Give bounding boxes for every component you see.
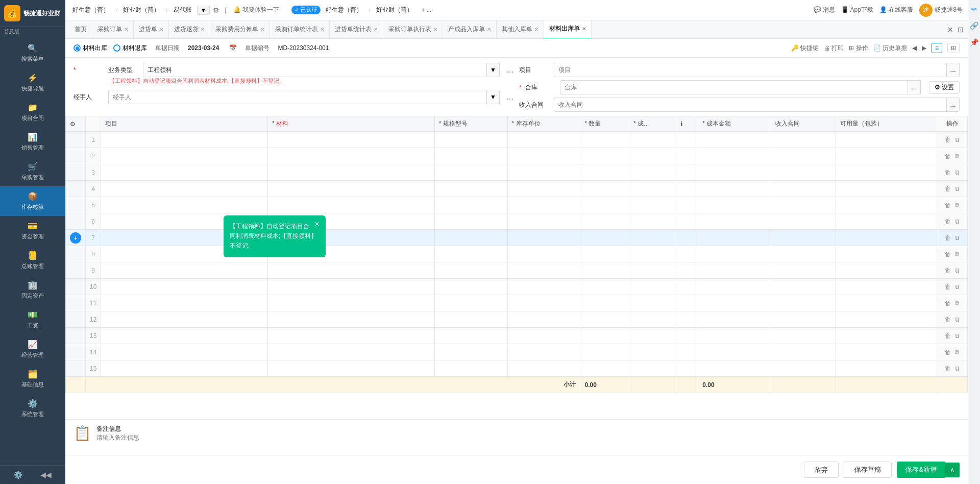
business-type-input[interactable]	[143, 63, 487, 77]
tab-close-purchase_order[interactable]: ✕	[124, 27, 128, 32]
row-copy-12[interactable]: ⧉	[955, 316, 960, 323]
row-copy-10[interactable]: ⧉	[955, 283, 960, 291]
tab-close-goods_in[interactable]: ✕	[159, 27, 163, 32]
view-list-btn[interactable]: ≡	[932, 43, 942, 53]
row-copy-5[interactable]: ⧉	[955, 202, 960, 209]
row-copy-13[interactable]: ⧉	[955, 332, 960, 340]
topbar-nav2-good-finance[interactable]: 好业财（普）	[374, 5, 415, 15]
note-input[interactable]	[96, 433, 960, 448]
tab-close-purchase_stats[interactable]: ✕	[320, 27, 324, 32]
row-delete-2[interactable]: 🗑	[945, 153, 951, 160]
tab-other_in[interactable]: 其他入库单✕	[497, 20, 544, 39]
business-type-expand[interactable]: …	[506, 65, 514, 75]
sidebar-item-finance[interactable]: 💳资金管理	[0, 216, 65, 246]
sidebar-item-quicknav[interactable]: ⚡快捷导航	[0, 68, 65, 98]
row-copy-1[interactable]: ⧉	[955, 136, 960, 143]
tab-purchase_stats[interactable]: 采购订单统计表✕	[270, 20, 330, 39]
row-copy-15[interactable]: ⧉	[955, 365, 960, 372]
row-delete-3[interactable]: 🗑	[945, 169, 951, 176]
tab-close-goods_stats[interactable]: ✕	[374, 27, 378, 32]
row-delete-13[interactable]: 🗑	[945, 332, 951, 340]
tab-material_out[interactable]: 材料出库单✕	[544, 20, 592, 39]
row-item-11[interactable]	[101, 295, 268, 311]
row-delete-8[interactable]: 🗑	[945, 251, 951, 258]
sidebar-item-system[interactable]: ⚙️系统管理	[0, 394, 65, 423]
row-item-10[interactable]	[101, 279, 268, 295]
row-product-13[interactable]	[268, 328, 435, 344]
right-panel-edit-icon[interactable]: ✏	[968, 3, 981, 15]
tab-purchase_order[interactable]: 采购订单✕	[92, 20, 134, 39]
tab-purchase_exec[interactable]: 采购订单执行表✕	[383, 20, 443, 39]
tab-home[interactable]: 首页	[69, 20, 92, 39]
topbar-experience[interactable]: 🔔 我要体验一下	[231, 5, 281, 15]
row-delete-9[interactable]: 🗑	[945, 267, 951, 274]
save-new-btn[interactable]: 保存&新增	[897, 462, 945, 478]
row-copy-8[interactable]: ⧉	[955, 251, 960, 258]
row-delete-5[interactable]: 🗑	[945, 202, 951, 209]
tab-close-all-icon[interactable]: ✕	[947, 26, 953, 34]
right-panel-pin-icon[interactable]: 📌	[968, 36, 981, 49]
add-row-btn[interactable]: +	[70, 232, 81, 244]
row-product-14[interactable]	[268, 344, 435, 360]
row-product-3[interactable]	[268, 164, 435, 181]
row-item-9[interactable]	[101, 262, 268, 279]
sidebar-item-operations[interactable]: 📈经营管理	[0, 334, 65, 364]
tab-close-product_in[interactable]: ✕	[487, 27, 491, 32]
topbar-nav-good-biz[interactable]: 好生意（普）	[70, 5, 111, 15]
row-product-1[interactable]	[268, 132, 435, 148]
sidebar-item-payroll[interactable]: 💵工资	[0, 305, 65, 334]
sidebar-item-ledger[interactable]: 📒总账管理	[0, 246, 65, 275]
row-delete-11[interactable]: 🗑	[945, 300, 951, 307]
row-copy-9[interactable]: ⧉	[955, 267, 960, 274]
topbar-nav2-good-biz[interactable]: 好生意（普）	[324, 5, 364, 15]
row-item-3[interactable]	[101, 164, 268, 181]
operations-btn[interactable]: ⊞ 操作	[849, 44, 868, 53]
sidebar-item-assets[interactable]: 🏢固定资产	[0, 275, 65, 305]
row-product-15[interactable]	[268, 360, 435, 377]
row-item-4[interactable]	[101, 181, 268, 197]
row-item-14[interactable]	[101, 344, 268, 360]
handler-input[interactable]	[108, 90, 487, 104]
row-copy-4[interactable]: ⧉	[955, 185, 960, 192]
sidebar-item-inventory[interactable]: 📦库存核算	[0, 186, 65, 216]
row-copy-11[interactable]: ⧉	[955, 300, 960, 307]
row-copy-14[interactable]: ⧉	[955, 349, 960, 356]
settings-btn[interactable]: ⚙ 设置	[929, 81, 960, 94]
col-settings-icon[interactable]: ⚙	[66, 116, 86, 132]
row-copy-3[interactable]: ⧉	[955, 169, 960, 176]
row-delete-10[interactable]: 🗑	[945, 283, 951, 291]
row-delete-6[interactable]: 🗑	[945, 218, 951, 225]
row-product-2[interactable]	[268, 148, 435, 164]
tab-close-purchase_expense[interactable]: ✕	[260, 27, 264, 32]
row-item-1[interactable]	[101, 132, 268, 148]
row-copy-7[interactable]: ⧉	[955, 234, 960, 241]
tab-product_in[interactable]: 产成品入库单✕	[443, 20, 497, 39]
row-item-2[interactable]	[101, 148, 268, 164]
handler-expand[interactable]: …	[506, 92, 514, 102]
row-product-4[interactable]	[268, 181, 435, 197]
tab-close-material_out[interactable]: ✕	[582, 26, 586, 32]
row-product-5[interactable]	[268, 197, 435, 213]
topbar-app-download[interactable]: 📱 App下载	[841, 6, 873, 14]
tab-goods_return[interactable]: 进货退货✕	[169, 20, 210, 39]
tab-purchase_expense[interactable]: 采购费用分摊单✕	[210, 20, 270, 39]
tab-close-purchase_exec[interactable]: ✕	[433, 27, 437, 32]
row-item-15[interactable]	[101, 360, 268, 377]
business-type-arrow[interactable]: ▼	[487, 63, 500, 77]
right-panel-link-icon[interactable]: 🔗	[968, 19, 981, 32]
topbar-nav2-more[interactable]: ＋...	[418, 5, 433, 15]
tab-more-icon[interactable]: ⊡	[958, 26, 964, 34]
topbar-user[interactable]: 通 畅捷通8号	[919, 4, 963, 17]
sidebar-item-sales[interactable]: 📊销售管理	[0, 127, 65, 157]
handler-arrow[interactable]: ▼	[487, 90, 500, 104]
radio-material-out[interactable]: 材料出库	[74, 44, 107, 53]
row-product-10[interactable]	[268, 279, 435, 295]
warehouse-arrow[interactable]: …	[908, 80, 921, 94]
sidebar-item-basics[interactable]: 🗂️基础信息	[0, 364, 65, 394]
row-delete-14[interactable]: 🗑	[945, 349, 951, 356]
row-delete-15[interactable]: 🗑	[945, 365, 951, 372]
row-copy-6[interactable]: ⧉	[955, 218, 960, 225]
tab-goods_in[interactable]: 进货单✕	[134, 20, 169, 39]
row-delete-7[interactable]: 🗑	[945, 234, 951, 241]
topbar-online-support[interactable]: 👤 在线客服	[879, 6, 913, 14]
